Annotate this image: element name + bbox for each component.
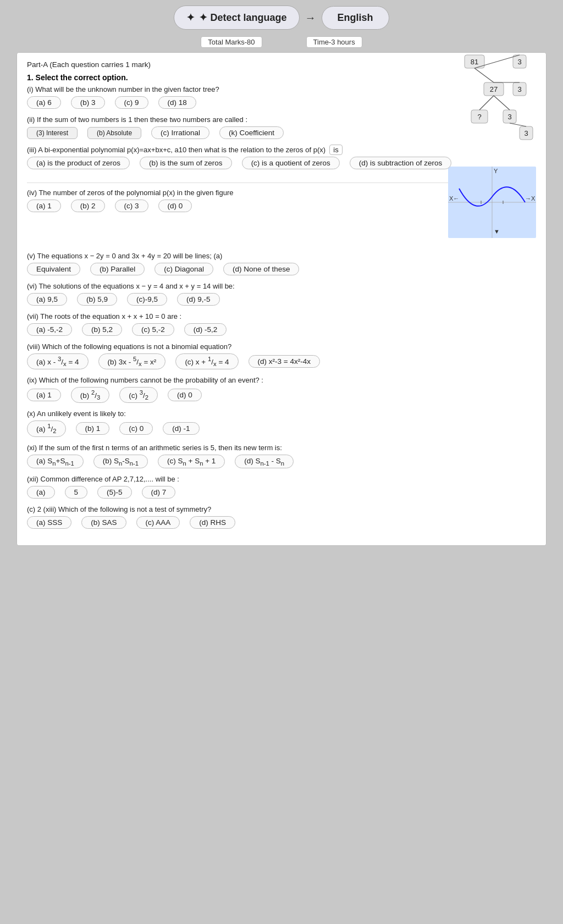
q-x-block: (x) An unlikely event is likely to: (a) … [27, 410, 536, 436]
option-a[interactable]: (a) 9,5 [27, 293, 67, 306]
option-b[interactable]: (b) 3x - 5/x = x² [98, 353, 166, 369]
detect-label: ✦ Detect language [199, 12, 286, 24]
option-d[interactable]: (d) -5,2 [184, 323, 227, 336]
option-k[interactable]: (k) Coefficient [219, 126, 284, 139]
svg-line-17 [494, 96, 510, 110]
option-b[interactable]: (b) 2 [71, 200, 105, 212]
svg-line-16 [479, 96, 494, 110]
graph-container: X← →X Y ▼ [448, 167, 536, 240]
option-d[interactable]: (d) 18 [158, 96, 196, 109]
svg-text:81: 81 [471, 58, 478, 66]
option-d[interactable]: (d) is subtraction of zeros [350, 157, 452, 169]
arrow-icon: → [305, 12, 316, 24]
option-a[interactable]: (a) is the product of zeros [27, 157, 130, 169]
option-c[interactable]: (c) Irrational [151, 126, 209, 139]
option-d[interactable]: (d) Sn-1 - Sn [235, 455, 294, 469]
q-v-options: Equivalent (b) Parallel (c) Diagonal (d)… [27, 263, 536, 275]
option-b[interactable]: (b) 2/3 [71, 387, 110, 403]
option-c[interactable]: (c) AAA [136, 516, 180, 529]
svg-text:?: ? [477, 113, 481, 121]
header-bar: ✦ ✦ Detect language → English [0, 0, 563, 34]
svg-text:3: 3 [517, 58, 521, 66]
option-c[interactable]: (c)-9,5 [127, 293, 167, 306]
time: Time-3 hours [306, 36, 362, 48]
option-b[interactable]: (b) is the sum of zeros [140, 157, 232, 169]
option-c[interactable]: (c) Diagonal [154, 263, 213, 275]
option-a[interactable]: Equivalent [27, 263, 80, 275]
q-iii-text: (iii) A bi-exponential polynomial p(x)=a… [27, 146, 536, 154]
option-a[interactable]: (a) SSS [27, 516, 71, 529]
q-xi-text: (xi) If the sum of the first n terms of … [27, 444, 536, 452]
svg-text:▼: ▼ [494, 228, 500, 235]
detect-language-button[interactable]: ✦ ✦ Detect language [174, 5, 299, 30]
option-d[interactable]: (d) -1 [163, 422, 199, 435]
option-b[interactable]: (b) Parallel [90, 263, 145, 275]
option-a[interactable]: (a) [27, 486, 55, 499]
option-a[interactable]: (a) 1 [27, 389, 61, 401]
q-iii-block: (iii) A bi-exponential polynomial p(x)=a… [27, 146, 536, 169]
option-b[interactable]: (b) 5,2 [82, 323, 122, 336]
option-c[interactable]: (c) 5,-2 [132, 323, 174, 336]
option-a[interactable]: (a) x - 3/x = 4 [27, 353, 89, 369]
english-label: English [338, 12, 373, 23]
q-xii-block: (xii) Common difference of AP 2,7,12,...… [27, 475, 536, 499]
option-d[interactable]: (d) None of these [223, 263, 299, 275]
option-c[interactable]: (c) 3 [115, 200, 148, 212]
option-c[interactable]: (c) is a quotient of zeros [242, 157, 340, 169]
option-a[interactable]: (a) 6 [27, 96, 61, 109]
option-a[interactable]: (a) Sn+Sn-1 [27, 455, 84, 469]
option-b[interactable]: (b) SAS [81, 516, 126, 529]
q-vii-options: (a) -5,-2 (b) 5,2 (c) 5,-2 (d) -5,2 [27, 323, 536, 336]
option-a[interactable]: (a) 1 [27, 200, 61, 212]
option-c[interactable]: (c) x + 1/x = 4 [175, 353, 238, 369]
q-vii-text: (vii) The roots of the equation x + x + … [27, 312, 536, 320]
english-button[interactable]: English [322, 6, 389, 30]
option-a[interactable]: (3) Interest [27, 127, 78, 139]
svg-line-14 [474, 68, 494, 82]
question-1-block: 1. Select the correct option. 81 3 27 3 … [27, 73, 536, 176]
svg-text:3: 3 [517, 85, 521, 93]
q-v-block: (v) The equations x − 2y = 0 and 3x + 4y… [27, 252, 536, 275]
option-c[interactable]: (5)-5 [97, 486, 132, 499]
total-marks: Total Marks-80 [201, 36, 262, 48]
option-b[interactable]: (b) 3 [71, 96, 105, 109]
q-viii-text: (viii) Which of the following equations … [27, 342, 536, 351]
option-a[interactable]: (a) -5,-2 [27, 323, 72, 336]
option-c[interactable]: (c) 3/2 [119, 387, 158, 403]
option-b[interactable]: (b) Sn-Sn-1 [93, 455, 148, 469]
option-b[interactable]: (b) Absolute [87, 127, 141, 139]
option-c[interactable]: (c) 9 [115, 96, 148, 109]
factor-tree: 81 3 27 3 ? 3 3 [448, 52, 536, 142]
option-c[interactable]: (c) 0 [119, 422, 153, 435]
q-x-text: (x) An unlikely event is likely to: [27, 410, 536, 418]
option-b[interactable]: (b) 5,9 [77, 293, 117, 306]
q-x-options: (a) 1/2 (b) 1 (c) 0 (d) -1 [27, 420, 536, 436]
svg-text:X←: X← [449, 195, 459, 202]
option-d[interactable]: (d) 9,-5 [177, 293, 220, 306]
option-d[interactable]: (d) 0 [158, 200, 192, 212]
q-vi-text: (vi) The solutions of the equations x − … [27, 282, 536, 290]
option-d[interactable]: (d) 0 [168, 389, 202, 401]
option-c[interactable]: (c) Sn + Sn + 1 [158, 455, 225, 469]
svg-text:3: 3 [507, 113, 511, 121]
option-d[interactable]: (d) x²-3 = 4x²-4x [249, 355, 320, 368]
svg-text:3: 3 [524, 129, 528, 137]
q-xi-block: (xi) If the sum of the first n terms of … [27, 444, 536, 469]
option-b[interactable]: (b) 1 [76, 422, 110, 435]
q-ix-text: (ix) Which of the following numbers cann… [27, 376, 536, 384]
option-d[interactable]: (d) 7 [142, 486, 176, 499]
q-iv-block: X← →X Y ▼ (iv) The number of zeros of th… [27, 189, 536, 245]
sparkle-icon: ✦ [186, 12, 195, 24]
q-viii-options: (a) x - 3/x = 4 (b) 3x - 5/x = x² (c) x … [27, 353, 536, 369]
main-card: Part-A (Each question carries 1 mark) 1.… [16, 52, 547, 546]
q-viii-block: (viii) Which of the following equations … [27, 342, 536, 369]
svg-line-19 [510, 123, 526, 126]
svg-text:Y: Y [494, 168, 498, 174]
option-b[interactable]: 5 [65, 486, 88, 499]
q-xiii-text: (c) 2 (xiii) Which of the following is n… [27, 505, 536, 513]
q-vi-options: (a) 9,5 (b) 5,9 (c)-9,5 (d) 9,-5 [27, 293, 536, 306]
option-a[interactable]: (a) 1/2 [27, 420, 66, 436]
q-xi-options: (a) Sn+Sn-1 (b) Sn-Sn-1 (c) Sn + Sn + 1 … [27, 455, 536, 469]
svg-text:27: 27 [490, 85, 498, 93]
option-d[interactable]: (d) RHS [190, 516, 235, 529]
